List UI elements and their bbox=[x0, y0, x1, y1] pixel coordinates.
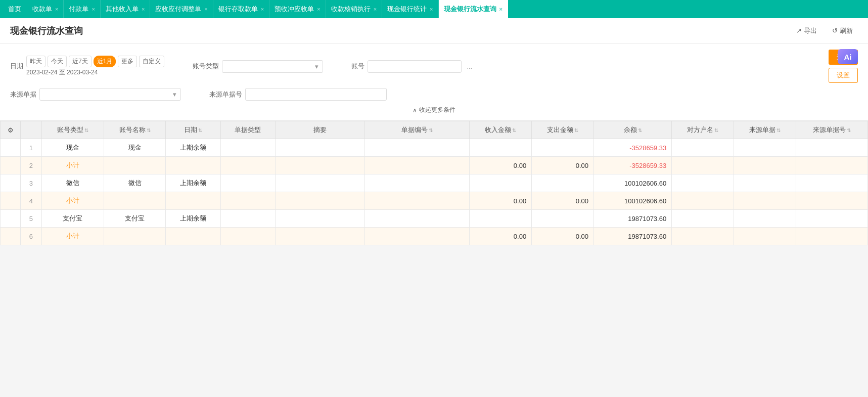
nav-tabs: 收款单×付款单×其他收入单×应收应付调整单×银行存取款单×预收冲应收单×收款核销… bbox=[27, 0, 508, 18]
date-btn-近1月[interactable]: 近1月 bbox=[94, 56, 116, 67]
col-header-date[interactable]: 日期⇅ bbox=[166, 121, 220, 139]
filter-row-2: 来源单据 ▾ 来源单据号 bbox=[10, 88, 858, 101]
nav-tab-应收应付调整单[interactable]: 应收应付调整单× bbox=[150, 0, 213, 18]
table-row: 1现金现金上期余额-3528659.33 bbox=[1, 139, 868, 157]
account-type-filter-group: 账号类型 ▾ bbox=[193, 60, 323, 73]
cell-doc-type bbox=[220, 157, 275, 174]
col-header-balance[interactable]: 余额⇅ bbox=[594, 121, 672, 139]
table-row: 6小计0.000.0019871073.60 bbox=[1, 228, 868, 245]
filter-area: 日期 昨天今天近7天近1月更多自定义 2023-02-24 至 2023-03-… bbox=[0, 43, 868, 121]
cell-idx: 1 bbox=[21, 139, 42, 157]
source-doc-no-input-wrap bbox=[245, 88, 387, 101]
nav-tab-label: 银行存取款单 bbox=[218, 5, 258, 14]
sort-icon: ⇅ bbox=[512, 127, 516, 133]
cell-expense bbox=[532, 174, 594, 192]
ai-badge[interactable]: Ai bbox=[838, 49, 858, 64]
cell-gear bbox=[1, 157, 21, 174]
date-btn-更多[interactable]: 更多 bbox=[118, 56, 137, 67]
cell-balance: -3528659.33 bbox=[594, 139, 672, 157]
cell-summary bbox=[275, 174, 365, 192]
gear-icon[interactable]: ⚙ bbox=[8, 126, 14, 134]
data-table: ⚙账号类型⇅账号名称⇅日期⇅单据类型摘要单据编号⇅收入金额⇅支出金额⇅余额⇅对方… bbox=[0, 121, 868, 245]
filter-row-1: 日期 昨天今天近7天近1月更多自定义 2023-02-24 至 2023-03-… bbox=[10, 50, 858, 83]
col-header-source_doc[interactable]: 来源单据⇅ bbox=[734, 121, 796, 139]
cell-source-doc-no bbox=[796, 157, 867, 174]
nav-tab-银行存取款单[interactable]: 银行存取款单× bbox=[213, 0, 269, 18]
nav-tab-付款单[interactable]: 付款单× bbox=[64, 0, 100, 18]
nav-tab-其他收入单[interactable]: 其他收入单× bbox=[101, 0, 150, 18]
nav-tab-close[interactable]: × bbox=[317, 6, 320, 12]
cell-doc-no bbox=[365, 157, 470, 174]
col-header-counterpart[interactable]: 对方户名⇅ bbox=[672, 121, 734, 139]
cell-counterpart bbox=[672, 174, 734, 192]
cell-gear bbox=[1, 210, 21, 228]
nav-tab-close[interactable]: × bbox=[261, 6, 264, 12]
col-header-account_type[interactable]: 账号类型⇅ bbox=[41, 121, 104, 139]
cell-idx: 2 bbox=[21, 157, 42, 174]
sort-icon: ⇅ bbox=[198, 127, 202, 133]
nav-tab-close[interactable]: × bbox=[499, 6, 502, 12]
source-doc-arrow-icon: ▾ bbox=[173, 91, 176, 98]
source-doc-no-input[interactable] bbox=[250, 91, 382, 98]
col-header-doc_type: 单据类型 bbox=[220, 121, 275, 139]
cell-expense: 0.00 bbox=[532, 157, 594, 174]
cell-date bbox=[166, 228, 220, 245]
col-header-account_name[interactable]: 账号名称⇅ bbox=[104, 121, 166, 139]
col-header-income[interactable]: 收入金额⇅ bbox=[470, 121, 532, 139]
cell-counterpart bbox=[672, 228, 734, 245]
cell-doc-type bbox=[220, 228, 275, 245]
col-header-doc_no[interactable]: 单据编号⇅ bbox=[365, 121, 470, 139]
account-input[interactable] bbox=[372, 63, 457, 70]
table-row: 2小计0.000.00-3528659.33 bbox=[1, 157, 868, 174]
date-btn-自定义[interactable]: 自定义 bbox=[139, 56, 164, 67]
account-type-select[interactable]: ▾ bbox=[222, 60, 323, 73]
collapse-row: ∧ 收起更多条件 bbox=[10, 106, 858, 114]
cell-source-doc bbox=[734, 157, 796, 174]
account-dots-button[interactable]: ... bbox=[465, 63, 474, 70]
nav-tab-close[interactable]: × bbox=[142, 6, 145, 12]
table-row: 3微信微信上期余额100102606.60 bbox=[1, 174, 868, 192]
settings-button[interactable]: 设置 bbox=[829, 68, 858, 83]
account-type-arrow-icon: ▾ bbox=[315, 63, 318, 70]
col-header-expense[interactable]: 支出金额⇅ bbox=[532, 121, 594, 139]
cell-doc-no bbox=[365, 139, 470, 157]
sort-icon: ⇅ bbox=[638, 127, 642, 133]
cell-doc-no bbox=[365, 174, 470, 192]
top-nav: 首页 收款单×付款单×其他收入单×应收应付调整单×银行存取款单×预收冲应收单×收… bbox=[0, 0, 868, 18]
nav-tab-收款核销执行[interactable]: 收款核销执行× bbox=[326, 0, 382, 18]
cell-gear bbox=[1, 192, 21, 210]
collapse-icon: ∧ bbox=[413, 107, 417, 114]
date-btn-近7天[interactable]: 近7天 bbox=[69, 56, 92, 67]
cell-expense: 0.00 bbox=[532, 192, 594, 210]
cell-summary bbox=[275, 192, 365, 210]
cell-counterpart bbox=[672, 192, 734, 210]
nav-tab-收款单[interactable]: 收款单× bbox=[27, 0, 64, 18]
source-doc-select[interactable]: ▾ bbox=[39, 88, 181, 101]
refresh-button[interactable]: ↺ 刷新 bbox=[827, 24, 858, 37]
nav-tab-预收冲应收单[interactable]: 预收冲应收单× bbox=[269, 0, 326, 18]
nav-tab-现金银行统计[interactable]: 现金银行统计× bbox=[382, 0, 438, 18]
cell-account-name bbox=[104, 228, 166, 245]
nav-tab-现金银行流水查询[interactable]: 现金银行流水查询× bbox=[439, 0, 508, 18]
nav-tab-label: 现金银行统计 bbox=[387, 5, 427, 14]
col-header-gear: ⚙ bbox=[1, 121, 21, 139]
nav-tab-close[interactable]: × bbox=[55, 6, 58, 12]
nav-home[interactable]: 首页 bbox=[2, 5, 27, 14]
nav-tab-close[interactable]: × bbox=[92, 6, 95, 12]
date-btns: 昨天今天近7天近1月更多自定义 bbox=[26, 56, 164, 67]
date-btn-昨天[interactable]: 昨天 bbox=[26, 56, 45, 67]
nav-tab-close[interactable]: × bbox=[374, 6, 377, 12]
export-button[interactable]: ↗ 导出 bbox=[791, 24, 822, 37]
col-header-source_doc_no[interactable]: 来源单据号⇅ bbox=[796, 121, 867, 139]
nav-tab-label: 现金银行流水查询 bbox=[444, 5, 496, 14]
collapse-button[interactable]: ∧ 收起更多条件 bbox=[413, 106, 455, 114]
nav-tab-close[interactable]: × bbox=[204, 6, 207, 12]
date-btn-今天[interactable]: 今天 bbox=[48, 56, 67, 67]
cell-source-doc bbox=[734, 192, 796, 210]
cell-gear bbox=[1, 139, 21, 157]
cell-source-doc-no bbox=[796, 228, 867, 245]
account-filter-group: 账号 ... bbox=[351, 60, 474, 73]
nav-tab-close[interactable]: × bbox=[430, 6, 433, 12]
cell-counterpart bbox=[672, 139, 734, 157]
cell-doc-type bbox=[220, 210, 275, 228]
